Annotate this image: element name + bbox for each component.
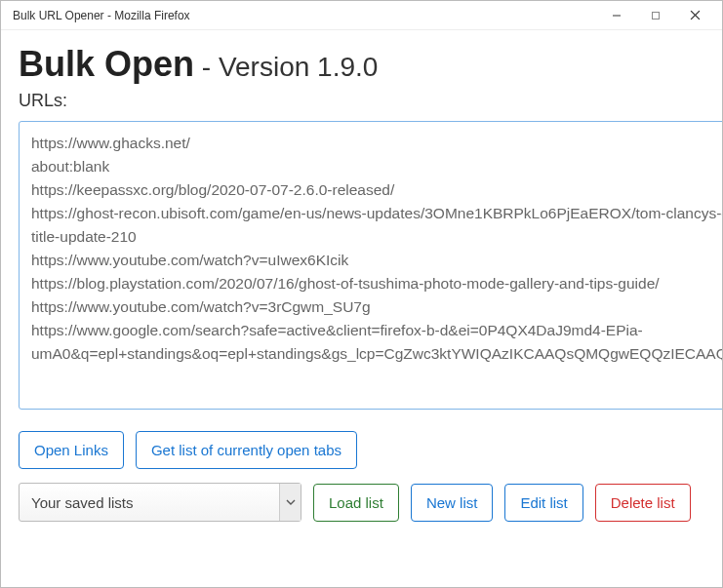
- svg-rect-1: [653, 12, 660, 19]
- load-list-button[interactable]: Load list: [313, 484, 399, 522]
- edit-list-button[interactable]: Edit list: [504, 484, 582, 522]
- saved-lists-select[interactable]: Your saved lists: [19, 483, 301, 522]
- delete-list-button[interactable]: Delete list: [595, 484, 691, 522]
- maximize-button[interactable]: [636, 2, 675, 29]
- window-titlebar: Bulk URL Opener - Mozilla Firefox: [1, 1, 722, 30]
- open-links-button[interactable]: Open Links: [19, 431, 124, 469]
- app-title-main: Bulk Open: [19, 44, 194, 84]
- minimize-button[interactable]: [597, 2, 636, 29]
- app-title-version: - Version 1.9.0: [194, 52, 378, 82]
- get-open-tabs-button[interactable]: Get list of currently open tabs: [136, 431, 357, 469]
- saved-lists-value: Your saved lists: [31, 494, 134, 511]
- new-list-button[interactable]: New list: [411, 484, 494, 522]
- app-title: Bulk Open - Version 1.9.0: [19, 44, 378, 85]
- close-button[interactable]: [675, 2, 714, 29]
- chevron-down-icon: [279, 484, 301, 521]
- urls-label: URLs:: [19, 91, 723, 111]
- urls-textarea[interactable]: https://www.ghacks.net/ about:blank http…: [19, 121, 723, 410]
- window-title: Bulk URL Opener - Mozilla Firefox: [9, 9, 597, 22]
